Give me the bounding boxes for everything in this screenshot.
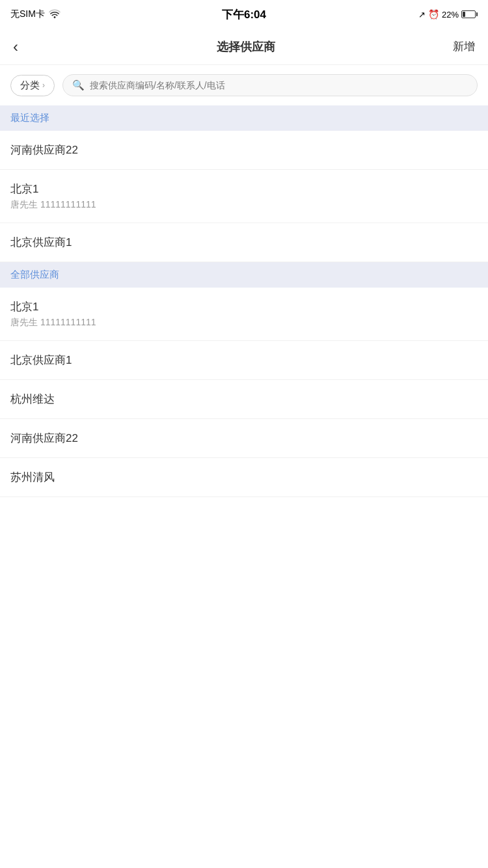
list-item[interactable]: 苏州清风 bbox=[0, 458, 488, 497]
back-button[interactable]: ‹ bbox=[13, 38, 39, 56]
nav-bar: ‹ 选择供应商 新增 bbox=[0, 29, 488, 65]
supplier-name: 苏州清风 bbox=[10, 470, 478, 485]
alarm-icon: ⏰ bbox=[428, 9, 439, 20]
all-items-list: 北京1唐先生 11111111111北京供应商1杭州维达河南供应商22苏州清风 bbox=[0, 288, 488, 497]
search-icon: 🔍 bbox=[72, 79, 85, 91]
list-item[interactable]: 北京1唐先生 11111111111 bbox=[0, 170, 488, 223]
status-bar: 无SIM卡 下午6:04 ↗ ⏰ 22% bbox=[0, 0, 488, 29]
all-section-label: 全部供应商 bbox=[10, 269, 59, 280]
search-input[interactable] bbox=[90, 80, 468, 90]
all-section-header: 全部供应商 bbox=[0, 262, 488, 288]
list-item[interactable]: 北京供应商1 bbox=[0, 341, 488, 380]
location-icon: ↗ bbox=[418, 10, 426, 20]
supplier-name: 北京1 bbox=[10, 299, 478, 314]
battery-icon bbox=[461, 10, 478, 18]
recent-items-list: 河南供应商22北京1唐先生 11111111111北京供应商1 bbox=[0, 131, 488, 262]
supplier-contact: 唐先生 11111111111 bbox=[10, 199, 478, 211]
wifi-icon bbox=[49, 9, 61, 20]
list-item[interactable]: 河南供应商22 bbox=[0, 131, 488, 170]
new-action-button[interactable]: 新增 bbox=[453, 39, 475, 54]
status-left: 无SIM卡 bbox=[10, 8, 61, 20]
list-item[interactable]: 北京1唐先生 11111111111 bbox=[0, 288, 488, 341]
supplier-name: 河南供应商22 bbox=[10, 431, 478, 446]
category-label: 分类 bbox=[20, 79, 40, 92]
status-right: ↗ ⏰ 22% bbox=[418, 9, 478, 20]
category-button[interactable]: 分类 › bbox=[10, 75, 55, 96]
supplier-name: 杭州维达 bbox=[10, 392, 478, 407]
filter-bar: 分类 › 🔍 bbox=[0, 65, 488, 105]
page-title: 选择供应商 bbox=[217, 39, 275, 55]
status-time: 下午6:04 bbox=[222, 7, 266, 22]
list-item[interactable]: 杭州维达 bbox=[0, 380, 488, 419]
supplier-name: 河南供应商22 bbox=[10, 142, 478, 157]
search-box[interactable]: 🔍 bbox=[62, 74, 478, 96]
supplier-name: 北京1 bbox=[10, 182, 478, 197]
supplier-name: 北京供应商1 bbox=[10, 235, 478, 250]
battery-percent: 22% bbox=[442, 10, 459, 20]
list-item[interactable]: 北京供应商1 bbox=[0, 223, 488, 262]
recent-section-header: 最近选择 bbox=[0, 105, 488, 131]
list-item[interactable]: 河南供应商22 bbox=[0, 419, 488, 458]
supplier-name: 北京供应商1 bbox=[10, 353, 478, 368]
supplier-contact: 唐先生 11111111111 bbox=[10, 317, 478, 329]
recent-section-label: 最近选择 bbox=[10, 112, 49, 123]
carrier-text: 无SIM卡 bbox=[10, 8, 45, 20]
chevron-right-icon: › bbox=[42, 81, 45, 90]
